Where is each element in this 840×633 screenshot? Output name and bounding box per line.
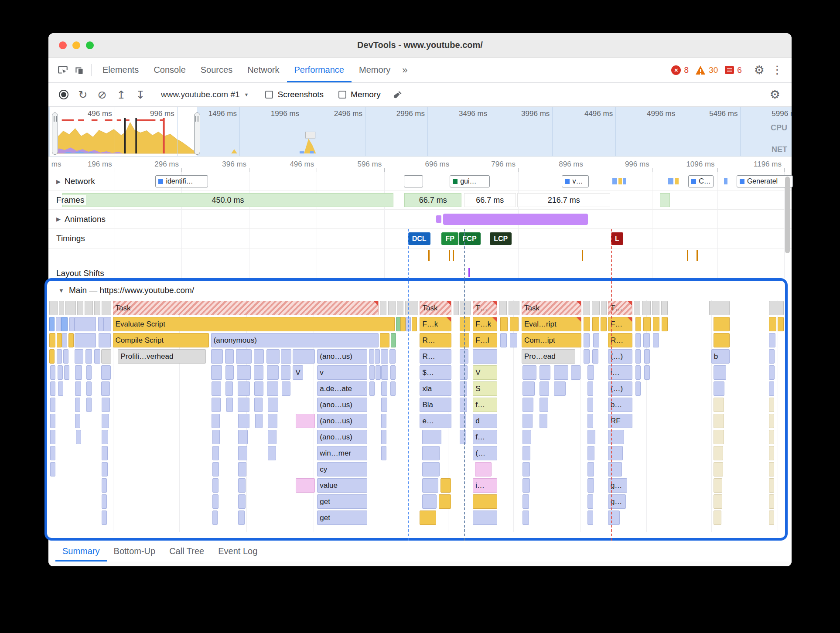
flame-entry[interactable] [389,349,396,364]
tab-sources[interactable]: Sources [193,58,240,82]
flame-entry[interactable] [587,381,594,396]
tab-network[interactable]: Network [240,58,287,82]
flame-entry[interactable] [422,462,440,476]
flame-entry[interactable] [381,349,388,364]
flame-entry[interactable] [644,349,650,364]
flame-entry[interactable] [212,446,219,460]
flame-entry[interactable]: $… [420,365,451,380]
frame-segment[interactable] [660,193,669,207]
flame-entry[interactable] [267,365,279,380]
flame-entry[interactable] [714,494,722,509]
flame-entry[interactable] [102,301,111,315]
close-button[interactable] [59,41,67,49]
flame-entry[interactable] [266,349,280,364]
flame-entry[interactable] [769,510,774,525]
flame-entry[interactable] [587,414,594,428]
flame-entry[interactable] [587,365,594,380]
flame-entry[interactable] [390,381,396,396]
frame-segment[interactable]: 216.7 ms [517,193,610,207]
flame-entry[interactable] [460,301,471,315]
flame-entry[interactable] [268,414,277,428]
vertical-scrollbar[interactable] [785,177,790,253]
flame-entry[interactable] [439,494,451,509]
flame-entry[interactable] [571,365,580,380]
flame-entry[interactable] [75,317,96,331]
flame-entry[interactable] [77,301,83,315]
flame-entry[interactable] [369,349,374,364]
flame-entry[interactable] [635,365,641,380]
flame-entry[interactable] [69,317,75,331]
flame-entry[interactable] [50,414,55,428]
flame-entry[interactable] [101,349,112,364]
flame-entry[interactable]: S [473,381,497,396]
network-request[interactable] [404,175,423,187]
flame-entry[interactable] [212,462,219,476]
flame-entry[interactable] [643,333,650,347]
flame-entry[interactable]: i… [473,478,497,493]
flame-entry[interactable]: V [473,365,497,380]
flame-entry[interactable] [778,317,784,331]
flame-entry[interactable] [268,430,277,444]
flame-entry[interactable]: f… [473,398,497,412]
flame-entry[interactable] [101,381,110,396]
overview-right-handle[interactable] [194,112,200,155]
flame-entry[interactable] [473,510,497,525]
flame-entry[interactable] [76,430,81,444]
flame-entry[interactable] [212,430,220,444]
flame-entry[interactable]: cy [317,462,367,476]
flame-entry[interactable] [405,301,418,315]
flame-entry[interactable] [102,430,108,444]
flame-entry[interactable] [64,365,69,380]
flame-entry[interactable] [57,349,62,364]
network-track-toggle[interactable]: ▶ Network [55,176,97,187]
flame-entry[interactable] [102,398,110,412]
flame-entry[interactable] [642,301,651,315]
flame-entry[interactable]: a.de…ate [317,381,367,396]
flame-entry[interactable] [540,365,550,380]
flame-entry[interactable] [601,317,607,331]
flame-entry[interactable] [85,349,92,364]
flame-entry[interactable] [510,333,517,347]
flame-entry[interactable]: i… [608,365,632,380]
flame-entry[interactable] [714,381,724,396]
timing-marker-fcp[interactable]: FCP [459,232,481,245]
flame-entry[interactable] [540,381,549,396]
flame-entry[interactable] [714,510,722,525]
flame-entry[interactable]: get [317,510,367,525]
flame-entry[interactable] [440,478,451,493]
warning-icon[interactable] [696,66,706,75]
flame-entry[interactable] [254,398,263,412]
flame-entry[interactable] [267,381,278,396]
flame-entry[interactable] [281,365,290,380]
flame-entry[interactable] [86,381,92,396]
bottom-tab-event-log[interactable]: Event Log [211,541,264,562]
flame-entry[interactable] [422,446,440,460]
flame-entry[interactable] [281,349,291,364]
flame-entry[interactable] [460,398,467,412]
more-tabs-icon[interactable]: » [398,65,412,76]
flame-entry[interactable] [662,317,668,331]
flame-entry[interactable] [225,365,234,380]
flame-entry[interactable] [369,381,375,396]
flame-entry[interactable] [460,381,467,396]
flame-entry[interactable]: (… [473,446,497,460]
flame-entry[interactable] [460,430,466,444]
flame-entry[interactable] [238,430,248,444]
flame-entry[interactable] [601,301,607,315]
flame-entry[interactable] [102,478,107,493]
flame-entry[interactable] [50,365,55,380]
flame-entry[interactable] [714,446,723,460]
flame-entry[interactable] [644,365,650,380]
flame-entry[interactable]: R… [608,333,632,347]
flame-entry[interactable] [554,365,568,380]
flame-entry[interactable] [460,349,468,364]
flame-entry[interactable]: Task [420,301,451,315]
flame-entry[interactable]: g… [608,478,627,493]
flame-entry[interactable] [608,510,620,525]
flame-entry[interactable] [212,494,219,509]
flame-entry[interactable] [587,446,595,460]
settings-gear-icon[interactable]: ⚙ [750,63,769,77]
timeline-overview[interactable]: 496 ms996 ms1496 ms1996 ms2496 ms2996 ms… [48,107,792,157]
flame-entry[interactable] [587,510,594,525]
main-menu-kebab-icon[interactable]: ⋮ [769,63,785,77]
